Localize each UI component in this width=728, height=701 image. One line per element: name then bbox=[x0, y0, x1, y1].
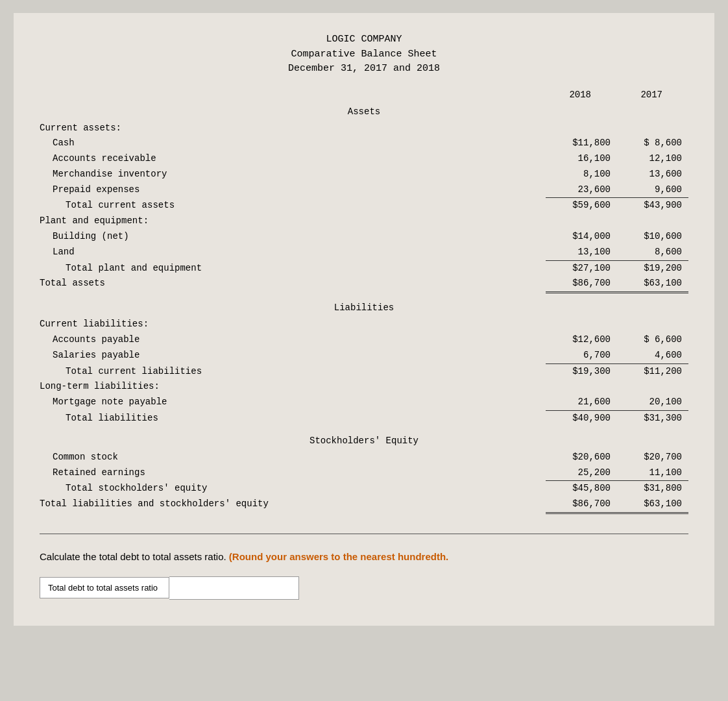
page-container: LOGIC COMPANY Comparative Balance Sheet … bbox=[14, 13, 714, 626]
inventory-row: Merchandise inventory 8,100 13,600 bbox=[40, 167, 688, 182]
building-row: Building (net) $14,000 $10,600 bbox=[40, 229, 688, 245]
report-subtitle2: December 31, 2017 and 2018 bbox=[40, 62, 688, 77]
grand-total-row: Total liabilities and stockholders' equi… bbox=[40, 497, 688, 514]
input-row: Total debt to total assets ratio bbox=[40, 576, 688, 600]
equity-section-title: Stockholders' Equity bbox=[40, 436, 688, 446]
bottom-divider bbox=[40, 534, 688, 534]
question-text-bold: (Round your answers to the nearest hundr… bbox=[229, 551, 448, 562]
total-equity-row: Total stockholders' equity $45,800 $31,8… bbox=[40, 481, 688, 497]
plant-heading: Plant and equipment: bbox=[40, 214, 688, 229]
common-stock-row: Common stock $20,600 $20,700 bbox=[40, 450, 688, 465]
report-header: LOGIC COMPANY Comparative Balance Sheet … bbox=[40, 32, 688, 77]
salaries-row: Salaries payable 6,700 4,600 bbox=[40, 348, 688, 364]
question-text-before: Calculate the total debt to total assets… bbox=[40, 551, 226, 562]
total-plant-row: Total plant and equipment $27,100 $19,20… bbox=[40, 261, 688, 277]
balance-sheet: 2018 2017 Assets Current assets: Cash $1… bbox=[40, 90, 688, 515]
debt-ratio-input[interactable] bbox=[169, 576, 299, 600]
year-2017: 2017 bbox=[591, 90, 662, 100]
ap-row: Accounts payable $12,600 $ 6,600 bbox=[40, 332, 688, 348]
liabilities-section-title: Liabilities bbox=[40, 302, 688, 313]
retained-earnings-row: Retained earnings 25,200 11,100 bbox=[40, 465, 688, 482]
current-liabilities-heading: Current liabilities: bbox=[40, 317, 688, 332]
prepaid-row: Prepaid expenses 23,600 9,600 bbox=[40, 182, 688, 199]
current-assets-heading: Current assets: bbox=[40, 121, 688, 136]
total-assets-row: Total assets $86,700 $63,100 bbox=[40, 276, 688, 293]
question-section: Calculate the total debt to total assets… bbox=[40, 550, 688, 600]
question-text: Calculate the total debt to total assets… bbox=[40, 550, 688, 565]
year-header: 2018 2017 bbox=[40, 90, 688, 100]
mortgage-row: Mortgage note payable 21,600 20,100 bbox=[40, 395, 688, 411]
cash-row: Cash $11,800 $ 8,600 bbox=[40, 136, 688, 151]
assets-section-title: Assets bbox=[40, 106, 688, 117]
input-label: Total debt to total assets ratio bbox=[40, 577, 169, 598]
total-liabilities-row: Total liabilities $40,900 $31,300 bbox=[40, 411, 688, 426]
land-row: Land 13,100 8,600 bbox=[40, 245, 688, 261]
company-name: LOGIC COMPANY bbox=[40, 32, 688, 47]
longterm-heading: Long-term liabilities: bbox=[40, 379, 688, 395]
report-subtitle1: Comparative Balance Sheet bbox=[40, 47, 688, 62]
ar-row: Accounts receivable 16,100 12,100 bbox=[40, 151, 688, 167]
total-current-liabilities-row: Total current liabilities $19,300 $11,20… bbox=[40, 364, 688, 380]
total-current-assets-row: Total current assets $59,600 $43,900 bbox=[40, 198, 688, 214]
year-2018: 2018 bbox=[520, 90, 591, 100]
